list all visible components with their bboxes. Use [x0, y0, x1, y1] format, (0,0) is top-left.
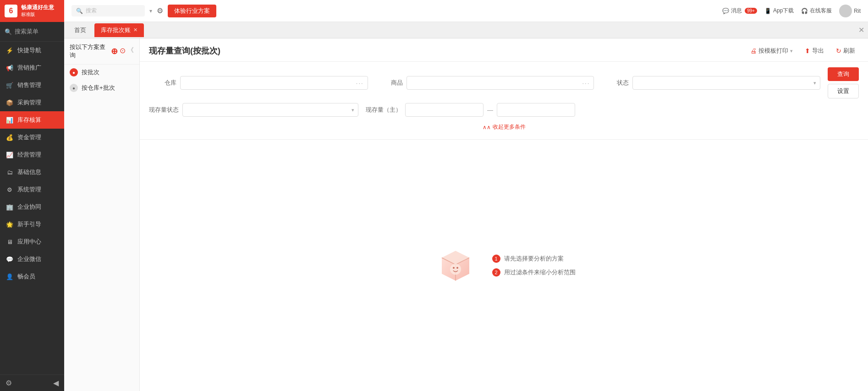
- tab-close-right[interactable]: ✕: [858, 26, 864, 34]
- sidebar-item-quick-nav[interactable]: ⚡ 快捷导航: [0, 42, 64, 59]
- app-info: 畅康通好生意 标准版: [21, 4, 54, 18]
- hint-text-1: 请先选择要分析的方案: [504, 255, 564, 263]
- stock-qty-from[interactable]: [405, 103, 483, 117]
- wechat-icon: 💬: [5, 255, 14, 263]
- warehouse-label: 仓库: [149, 79, 176, 87]
- refresh-icon: ↻: [836, 47, 841, 54]
- filter-stock-status: 现存量状态 ▾: [149, 103, 358, 117]
- scheme-item-by-batch[interactable]: ● 按批次: [64, 65, 139, 80]
- topbar-settings-icon[interactable]: ⚙: [157, 6, 163, 15]
- sidebar-item-system[interactable]: ⚙ 系统管理: [0, 181, 64, 198]
- tab-home-label: 首页: [74, 26, 86, 34]
- sidebar-item-member[interactable]: 👤 畅会员: [0, 268, 64, 285]
- scheme-item-by-warehouse-batch[interactable]: ● 按仓库+批次: [64, 80, 139, 96]
- sidebar-label-system: 系统管理: [17, 185, 41, 194]
- marketing-icon: 📢: [5, 64, 14, 72]
- sidebar-label-newguide: 新手引导: [17, 220, 41, 228]
- topbar-dropdown-arrow[interactable]: ▾: [149, 8, 152, 14]
- page-header: 现存量查询(按批次) 🖨 按模板打印 ▾ ⬆ 导出 ↻ 刷新: [140, 38, 868, 62]
- left-panel-title: 按以下方案查询: [70, 43, 108, 60]
- page-header-actions: 🖨 按模板打印 ▾ ⬆ 导出 ↻ 刷新: [747, 45, 859, 57]
- quick-nav-icon: ⚡: [5, 46, 14, 54]
- tab-inventory-batch-label: 库存批次账: [101, 26, 131, 34]
- app-download-label: App下载: [773, 7, 794, 15]
- user-area[interactable]: Rit: [839, 5, 861, 17]
- sidebar-item-finance[interactable]: 💰 资金管理: [0, 129, 64, 146]
- warehouse-input[interactable]: ···: [180, 76, 368, 90]
- filter-status: 状态 ▾: [601, 76, 820, 90]
- sidebar-item-sales[interactable]: 🛒 销售管理: [0, 76, 64, 94]
- sidebar-collapse-icon[interactable]: ◀: [53, 379, 59, 387]
- collapse-label: 收起更多条件: [493, 123, 526, 131]
- sidebar-item-wechat[interactable]: 💬 企业微信: [0, 250, 64, 268]
- trial-btn[interactable]: 体验行业方案: [168, 5, 216, 17]
- status-select[interactable]: ▾: [632, 76, 820, 90]
- filter-goods: 商品 ···: [375, 76, 594, 90]
- topbar: 🔍 搜索 ▾ ⚙ 体验行业方案 💬 消息 99+ 📱 App下载 🎧 在线客服 …: [64, 0, 868, 22]
- sidebar-label-purchase: 采购管理: [17, 98, 41, 107]
- stock-status-arrow: ▾: [352, 107, 354, 113]
- collapse-left-panel-btn[interactable]: 《: [127, 46, 134, 56]
- sidebar-item-purchase[interactable]: 📦 采购管理: [0, 94, 64, 111]
- sidebar-label-member: 畅会员: [17, 272, 35, 281]
- sidebar-label-operations: 经营管理: [17, 151, 41, 159]
- export-btn[interactable]: ⬆ 导出: [801, 45, 828, 57]
- member-icon: 👤: [5, 272, 14, 281]
- left-panel: 按以下方案查询 ⊕ ⊙ 《 ● 按批次 ● 按仓库+批次: [64, 38, 140, 391]
- enterprise-icon: 🏢: [5, 203, 14, 211]
- goods-dots-btn[interactable]: ···: [582, 80, 590, 87]
- stock-qty-to[interactable]: [497, 103, 575, 117]
- tab-inventory-batch[interactable]: 库存批次账 ✕: [94, 23, 144, 37]
- online-service-btn[interactable]: 🎧 在线客服: [801, 7, 832, 15]
- sidebar-item-operations[interactable]: 📈 经营管理: [0, 146, 64, 163]
- add-scheme-btn[interactable]: ⊕: [111, 46, 118, 56]
- search-menu-btn[interactable]: 🔍 搜索菜单: [5, 26, 60, 38]
- topbar-search-box[interactable]: 🔍 搜索: [71, 5, 145, 16]
- empty-hint-2: 2 用过滤条件来缩小分析范围: [492, 268, 576, 277]
- query-btn[interactable]: 查询: [828, 67, 859, 81]
- empty-icon-container: [433, 242, 478, 289]
- filter-row-1: 仓库 ··· 商品 ···: [149, 67, 859, 98]
- app-edition: 标准版: [21, 11, 54, 18]
- stock-qty-dash: —: [487, 107, 493, 114]
- collapse-up-icon: ∧∧: [483, 124, 491, 130]
- sidebar-item-apps[interactable]: 🖥 应用中心: [0, 233, 64, 250]
- topbar-right: 💬 消息 99+ 📱 App下载 🎧 在线客服 Rit: [722, 5, 861, 17]
- sidebar-search-area[interactable]: 🔍 搜索菜单: [0, 22, 64, 42]
- print-template-btn[interactable]: 🖨 按模板打印 ▾: [747, 45, 797, 57]
- settings-btn[interactable]: 设置: [828, 84, 859, 98]
- tab-close-btn[interactable]: ✕: [133, 27, 137, 33]
- export-label: 导出: [812, 47, 824, 55]
- sidebar-item-marketing[interactable]: 📢 营销推广: [0, 59, 64, 76]
- left-panel-header: 按以下方案查询 ⊕ ⊙ 《: [64, 38, 139, 65]
- svg-point-6: [453, 267, 455, 269]
- tab-home[interactable]: 首页: [68, 23, 93, 37]
- svg-point-7: [456, 267, 458, 269]
- sidebar-label-quick-nav: 快捷导航: [17, 46, 41, 54]
- collapse-btn[interactable]: ∧∧ 收起更多条件: [149, 120, 859, 134]
- refresh-btn[interactable]: ↻ 刷新: [832, 45, 859, 57]
- search-menu-label: 搜索菜单: [15, 27, 38, 36]
- messages-btn[interactable]: 💬 消息 99+: [722, 7, 757, 15]
- stock-qty-label: 现存量（主）: [366, 106, 401, 114]
- print-dropdown-arrow[interactable]: ▾: [790, 48, 793, 54]
- app-logo: 6: [5, 5, 17, 17]
- collapse-area: ∧∧ 收起更多条件: [149, 120, 859, 134]
- print-icon: 🖨: [750, 47, 757, 54]
- warehouse-dots-btn[interactable]: ···: [356, 80, 364, 87]
- tabbar: 首页 库存批次账 ✕ ✕: [64, 22, 868, 38]
- sidebar-header: 6 畅康通好生意 标准版: [0, 0, 64, 22]
- scheme-settings-btn[interactable]: ⊙: [120, 46, 126, 56]
- sidebar-item-enterprise[interactable]: 🏢 企业协同: [0, 198, 64, 216]
- sidebar-label-sales: 销售管理: [17, 81, 41, 89]
- stock-status-select[interactable]: ▾: [182, 103, 358, 117]
- sidebar-item-inventory[interactable]: 📊 库存核算: [0, 111, 64, 129]
- sidebar-item-basic[interactable]: 🗂 基础信息: [0, 163, 64, 181]
- topbar-search-text: 搜索: [86, 7, 97, 15]
- app-download-btn[interactable]: 📱 App下载: [764, 7, 794, 15]
- sidebar-item-newguide[interactable]: 🌟 新手引导: [0, 216, 64, 233]
- sidebar-settings-icon[interactable]: ⚙: [5, 379, 12, 387]
- app-download-icon: 📱: [764, 8, 771, 14]
- user-avatar: [839, 5, 852, 17]
- goods-input[interactable]: ···: [407, 76, 594, 90]
